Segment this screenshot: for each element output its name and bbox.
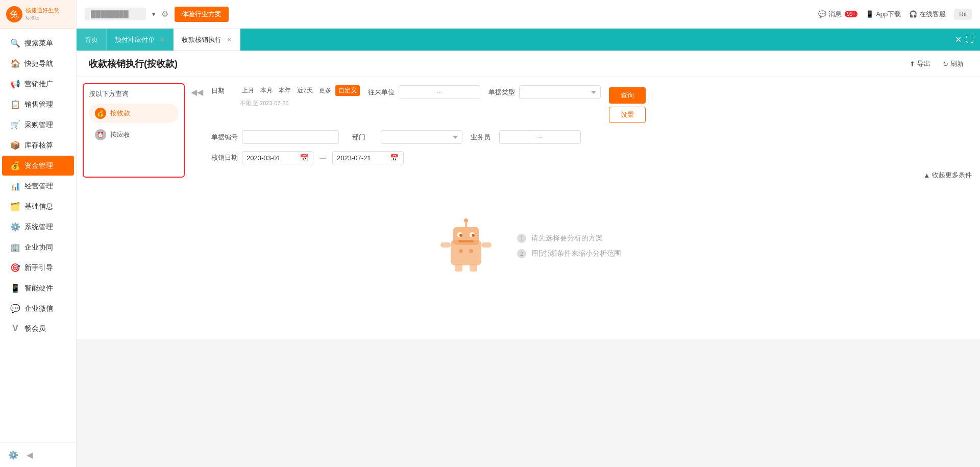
staff-label: 业务员 xyxy=(471,133,495,142)
user-profile[interactable]: Rit xyxy=(954,9,972,20)
filter-panel-title: 按以下方查询 xyxy=(89,89,179,99)
date-shortcut-more[interactable]: 更多 xyxy=(317,85,333,96)
basic-info-icon: 🗂️ xyxy=(10,202,20,211)
sidebar-item-search-menu[interactable]: 🔍 搜索菜单 xyxy=(2,33,74,53)
svg-rect-10 xyxy=(481,242,492,248)
sidebar-item-finance[interactable]: 💰 资金管理 xyxy=(2,156,74,176)
doc-type-select[interactable] xyxy=(519,85,601,99)
filter-form: 日期 上月 本月 本年 近7天 更多 自定义 xyxy=(203,77,980,170)
hint-num-1: 1 xyxy=(517,234,526,243)
sidebar: 兔 畅捷通好生意 标准版 🔍 搜索菜单 🏠 快捷导航 📢 营销推广 📋 销售管理… xyxy=(0,0,77,467)
wechat-icon: 💬 xyxy=(10,304,20,313)
sidebar-menu: 🔍 搜索菜单 🏠 快捷导航 📢 营销推广 📋 销售管理 🛒 采购管理 📦 库存核… xyxy=(0,29,76,443)
tabbar-actions: ✕ ⛶ xyxy=(949,29,980,51)
topbar: ████████ ▾ ⚙ 体验行业方案 💬 消息 99+ 📱 App下载 🎧 在… xyxy=(77,0,980,29)
sidebar-item-enterprise[interactable]: 🏢 企业协同 xyxy=(2,237,74,257)
hint-text-2: 用[过滤]条件来缩小分析范围 xyxy=(531,249,621,258)
verify-date-to-calendar-icon[interactable]: 📅 xyxy=(390,154,399,162)
app-download-label: App下载 xyxy=(876,10,901,19)
brand-selector[interactable]: ████████ xyxy=(85,8,146,20)
date-shortcut-this-month[interactable]: 本月 xyxy=(258,85,275,96)
tab-home[interactable]: 首页 xyxy=(77,29,107,51)
sidebar-item-wechat[interactable]: 💬 企业微信 xyxy=(2,299,74,318)
staff-input[interactable]: ··· xyxy=(499,130,581,144)
newbie-icon: 🎯 xyxy=(10,263,20,273)
settings-button[interactable]: 设置 xyxy=(609,107,646,123)
sidebar-item-purchase[interactable]: 🛒 采购管理 xyxy=(2,115,74,135)
tab-prepay-close-icon[interactable]: ✕ xyxy=(160,36,165,43)
date-label: 日期 xyxy=(211,86,236,95)
date-shortcut-this-year[interactable]: 本年 xyxy=(277,85,293,96)
online-service-button[interactable]: 🎧 在线客服 xyxy=(909,10,946,19)
verify-date-from-calendar-icon[interactable]: 📅 xyxy=(300,154,308,162)
close-tab-action-icon[interactable]: ✕ xyxy=(955,35,962,44)
collapse-more-btn[interactable]: ▲ 收起更多条件 xyxy=(191,170,972,180)
app-download-icon: 📱 xyxy=(866,10,874,18)
doc-no-input[interactable] xyxy=(242,130,339,144)
sidebar-item-label: 销售管理 xyxy=(24,100,53,109)
date-shortcut-last-month[interactable]: 上月 xyxy=(240,85,256,96)
hint-num-2: 2 xyxy=(517,249,526,258)
verify-date-from-input[interactable] xyxy=(247,154,298,162)
sidebar-item-basic-info[interactable]: 🗂️ 基础信息 xyxy=(2,196,74,216)
empty-hint-2: 2 用[过滤]条件来缩小分析范围 xyxy=(517,249,621,258)
app-name: 畅捷通好生意 xyxy=(26,7,59,14)
sidebar-item-label: 资金管理 xyxy=(24,161,53,170)
svg-point-13 xyxy=(459,249,463,253)
export-button[interactable]: ⬆ 导出 xyxy=(905,57,935,70)
date-shortcuts: 上月 本月 本年 近7天 更多 自定义 xyxy=(240,85,360,96)
online-service-label: 在线客服 xyxy=(919,10,946,19)
smart-hw-icon: 📱 xyxy=(10,283,20,293)
dept-label: 部门 xyxy=(352,133,377,142)
search-menu-icon: 🔍 xyxy=(10,38,20,48)
maximize-tab-action-icon[interactable]: ⛶ xyxy=(966,35,974,44)
empty-state: 1 请先选择要分析的方案 2 用[过滤]条件来缩小分析范围 xyxy=(77,184,980,339)
collapse-filter-left-icon[interactable]: ◀◀ xyxy=(191,77,203,97)
sidebar-item-quick-nav[interactable]: 🏠 快捷导航 xyxy=(2,54,74,73)
filter-option-by-receipt[interactable]: 💰 按收款 xyxy=(89,104,179,123)
tab-receipt-offset-close-icon[interactable]: ✕ xyxy=(227,36,232,43)
partner-input[interactable]: ··· xyxy=(399,85,480,99)
collapse-sidebar-icon[interactable]: ◀ xyxy=(27,450,33,460)
tab-receipt-offset[interactable]: 收款核销执行 ✕ xyxy=(174,29,240,51)
inventory-icon: 📦 xyxy=(10,140,20,150)
purchase-icon: 🛒 xyxy=(10,120,20,130)
settings-gear-icon[interactable]: ⚙ xyxy=(161,9,168,19)
sidebar-item-marketing[interactable]: 📢 营销推广 xyxy=(2,74,74,94)
by-receivable-icon: ⏰ xyxy=(95,129,106,140)
sidebar-item-member[interactable]: V 畅会员 xyxy=(2,319,74,338)
message-button[interactable]: 💬 消息 99+ xyxy=(818,10,857,19)
dept-select[interactable] xyxy=(381,130,462,144)
member-icon: V xyxy=(10,324,20,333)
finance-icon: 💰 xyxy=(10,161,20,170)
by-receipt-icon: 💰 xyxy=(95,108,106,119)
tab-prepay[interactable]: 预付冲应付单 ✕ xyxy=(107,29,174,51)
sidebar-item-smart-hw[interactable]: 📱 智能硬件 xyxy=(2,278,74,298)
sidebar-item-label: 基础信息 xyxy=(24,202,53,211)
page-actions: ⬆ 导出 ↻ 刷新 xyxy=(905,57,968,70)
operations-icon: 📊 xyxy=(10,181,20,191)
sidebar-item-system[interactable]: ⚙️ 系统管理 xyxy=(2,217,74,237)
date-shortcut-7days[interactable]: 近7天 xyxy=(295,85,315,96)
sidebar-footer: ⚙️ ◀ xyxy=(0,443,76,467)
filter-left-panel: 按以下方查询 💰 按收款 ⏰ 按应收 xyxy=(83,83,185,178)
sidebar-item-operations[interactable]: 📊 经营管理 xyxy=(2,176,74,196)
sidebar-item-label: 新手引导 xyxy=(24,263,53,273)
tabbar: 首页 预付冲应付单 ✕ 收款核销执行 ✕ ✕ ⛶ xyxy=(77,29,980,51)
sidebar-item-label: 采购管理 xyxy=(24,120,53,130)
settings-footer-icon[interactable]: ⚙️ xyxy=(8,450,18,460)
sidebar-item-newbie[interactable]: 🎯 新手引导 xyxy=(2,258,74,278)
sidebar-item-sales[interactable]: 📋 销售管理 xyxy=(2,94,74,114)
verify-date-to-input[interactable] xyxy=(337,154,388,162)
app-download-button[interactable]: 📱 App下载 xyxy=(866,10,901,19)
brand-chevron-icon[interactable]: ▾ xyxy=(152,11,155,18)
solution-button[interactable]: 体验行业方案 xyxy=(175,7,229,22)
refresh-button[interactable]: ↻ 刷新 xyxy=(939,57,968,70)
query-button[interactable]: 查询 xyxy=(609,87,646,104)
filter-option-by-receivable[interactable]: ⏰ 按应收 xyxy=(89,125,179,144)
date-shortcut-custom[interactable]: 自定义 xyxy=(335,85,360,96)
sidebar-item-inventory[interactable]: 📦 库存核算 xyxy=(2,135,74,155)
sidebar-item-label: 系统管理 xyxy=(24,223,53,232)
tab-receipt-offset-label: 收款核销执行 xyxy=(182,35,222,44)
page-header: 收款核销执行(按收款) ⬆ 导出 ↻ 刷新 xyxy=(77,51,980,77)
